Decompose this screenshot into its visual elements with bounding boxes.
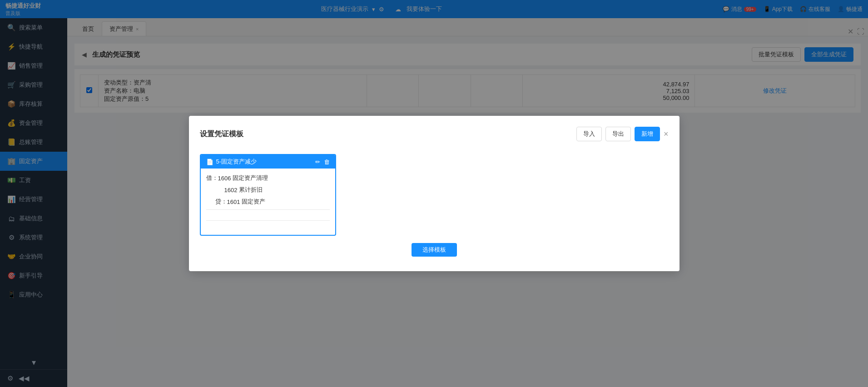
set-voucher-template-dialog: 设置凭证模板 导入 导出 新增 × 📄 5-固定资产减少 [189, 116, 680, 271]
dialog-toolbar: 导入 导出 新增 [576, 127, 660, 141]
entry-code: 1601 [227, 198, 240, 205]
template-card: 📄 5-固定资产减少 ✏ 🗑 借： 1606 固定资产清理 [200, 154, 336, 236]
entry-credit-label: 贷： [215, 198, 227, 206]
entry-name: 累计折旧 [239, 186, 263, 194]
entry-name: 固定资产清理 [233, 174, 268, 182]
dialog-overlay: 设置凭证模板 导入 导出 新增 × 📄 5-固定资产减少 [0, 0, 868, 387]
template-entry-row: 贷： 1601 固定资产 [206, 196, 330, 208]
entry-code: 1602 [224, 187, 238, 194]
template-edit-icon[interactable]: ✏ [315, 159, 320, 165]
entry-name: 固定资产 [242, 198, 265, 206]
select-template-btn[interactable]: 选择模板 [412, 243, 457, 257]
dialog-title: 设置凭证模板 [200, 129, 243, 139]
template-entries: 借： 1606 固定资产清理 1602 累计折旧 贷： 1601 固定资产 [201, 169, 335, 235]
dialog-header: 设置凭证模板 导入 导出 新增 × [200, 127, 669, 141]
entry-debit-label: 借： [206, 174, 218, 182]
import-btn[interactable]: 导入 [576, 127, 602, 141]
template-entry-row: 借： 1606 固定资产清理 [206, 172, 330, 184]
template-doc-icon: 📄 [206, 159, 213, 165]
entry-code: 1606 [218, 175, 231, 182]
template-name: 5-固定资产减少 [216, 158, 257, 166]
export-btn[interactable]: 导出 [605, 127, 631, 141]
dialog-close-btn[interactable]: × [664, 129, 669, 139]
template-delete-icon[interactable]: 🗑 [324, 159, 330, 165]
dialog-body: 📄 5-固定资产减少 ✏ 🗑 借： 1606 固定资产清理 [200, 150, 669, 260]
template-entry-row: 1602 累计折旧 [206, 184, 330, 196]
template-card-header: 📄 5-固定资产减少 ✏ 🗑 [201, 155, 335, 169]
new-template-btn[interactable]: 新增 [635, 127, 660, 141]
